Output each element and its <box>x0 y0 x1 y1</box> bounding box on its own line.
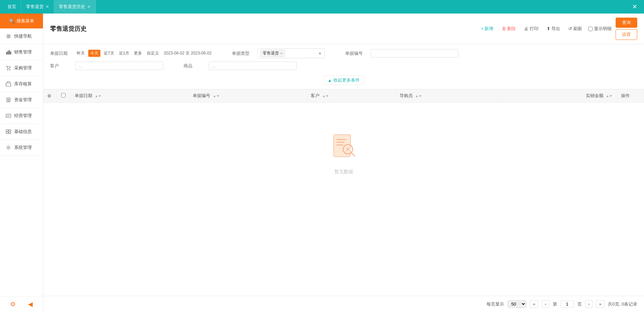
svg-rect-3 <box>10 51 11 54</box>
tab-retail-return-close[interactable]: ✕ <box>46 4 49 9</box>
th-customer[interactable]: 客户 ▲▼ <box>307 89 395 103</box>
date-opt-today[interactable]: 今天 <box>88 50 100 57</box>
refresh-button[interactable]: ↺ 刷新 <box>566 24 584 33</box>
data-table: ⚙ 单据日期 ▲▼ 单据编号 ▲▼ <box>43 89 644 103</box>
empty-illustration <box>327 130 361 163</box>
date-sort: ▲▼ <box>95 94 101 98</box>
svg-rect-15 <box>334 135 351 157</box>
sidebar-item-operations[interactable]: 经营管理 <box>0 108 43 124</box>
type-tag: 零售退货 × <box>260 50 285 57</box>
page-title: 零售退货历史 <box>50 25 87 33</box>
gear-icon[interactable]: ⚙ <box>47 93 51 98</box>
display-detail-checkbox[interactable]: 显示明细 <box>588 26 612 32</box>
goods-label: 商品 <box>184 63 202 69</box>
empty-text: 暂无数据 <box>334 169 353 175</box>
query-button[interactable]: 查询 <box>616 18 637 28</box>
next-page-button[interactable]: › <box>585 300 593 308</box>
svg-rect-12 <box>6 132 8 134</box>
collapse-sidebar-icon[interactable]: ◀ <box>28 300 33 308</box>
svg-rect-13 <box>9 132 11 134</box>
export-button[interactable]: ⬆ 导出 <box>545 24 563 33</box>
th-amount[interactable]: 实销金额 ▲▼ <box>499 89 617 103</box>
page-header: 零售退货历史 + 新增 🗑 删除 🖨 打印 ⬆ 导出 ↺ 刷新 显示明细 查询 … <box>43 14 644 44</box>
print-button[interactable]: 🖨 打印 <box>522 24 541 33</box>
basic-info-icon <box>5 129 11 135</box>
svg-rect-0 <box>6 52 7 54</box>
svg-rect-10 <box>6 130 8 131</box>
date-opt-custom[interactable]: 自定义 <box>145 50 160 57</box>
main-layout: 🔍 搜索菜单 ⊞ 快捷导航 销售管理 采购管理 库存核算 <box>0 14 644 312</box>
customer-input[interactable]: ... <box>75 62 163 70</box>
th-guide[interactable]: 导购员 ▲▼ <box>395 89 499 103</box>
date-label: 单据日期 <box>50 50 69 57</box>
sidebar-search-label: 搜索菜单 <box>17 18 34 24</box>
total-info: 共0页, 0条记录 <box>608 301 637 307</box>
filter-row-1: 单据日期 昨天 今天 近7天 近1月 更多 自定义 2023-06-02 至 2… <box>50 48 637 58</box>
last-page-button[interactable]: » <box>596 300 604 308</box>
new-button[interactable]: + 新增 <box>479 24 495 33</box>
sidebar-item-label: 采购管理 <box>14 65 32 71</box>
sidebar-item-sales-mgmt[interactable]: 销售管理 <box>0 44 43 60</box>
pagination-bar: 每页显示 50 100 200 « ‹ 第 页 › » 共0页, 0条记录 <box>43 296 644 312</box>
tab-retail-return[interactable]: 零售退货 ✕ <box>21 0 54 14</box>
amount-sort: ▲▼ <box>606 94 613 98</box>
sidebar-item-label: 库存核算 <box>14 81 32 87</box>
query-set-group: 查询 设置 <box>616 18 637 40</box>
first-page-button[interactable]: « <box>530 300 538 308</box>
guide-sort: ▲▼ <box>415 94 422 98</box>
type-select[interactable]: 零售退货 × ▼ <box>257 48 325 58</box>
date-opt-yesterday[interactable]: 昨天 <box>75 50 86 57</box>
filter-row-2: 客户 ... 商品 ... <box>50 62 637 70</box>
serial-input[interactable] <box>371 49 458 58</box>
type-tag-close[interactable]: × <box>280 51 283 56</box>
quick-nav-icon: ⊞ <box>5 33 11 39</box>
goods-input[interactable]: ... <box>209 62 297 70</box>
filter-area: 单据日期 昨天 今天 近7天 近1月 更多 自定义 2023-06-02 至 2… <box>43 44 644 89</box>
tab-home[interactable]: 首页 <box>3 0 21 14</box>
delete-button[interactable]: 🗑 删除 <box>500 24 518 33</box>
collapse-label: 收起更多条件 <box>333 77 360 83</box>
svg-point-5 <box>9 69 10 70</box>
sidebar-item-basic-info[interactable]: 基础信息 <box>0 124 43 140</box>
collapse-button[interactable]: ▲ 收起更多条件 <box>323 75 364 85</box>
sidebar: 🔍 搜索菜单 ⊞ 快捷导航 销售管理 采购管理 库存核算 <box>0 14 43 312</box>
svg-rect-1 <box>7 51 8 54</box>
page-input[interactable] <box>560 300 574 308</box>
date-opt-more[interactable]: 更多 <box>133 50 143 57</box>
sidebar-item-label: 基础信息 <box>14 129 32 135</box>
settings-icon[interactable]: ⚙ <box>10 300 16 308</box>
svg-rect-2 <box>9 50 10 54</box>
serial-sort: ▲▼ <box>213 94 220 98</box>
system-icon <box>5 144 11 151</box>
th-date[interactable]: 单据日期 ▲▼ <box>70 89 188 103</box>
sidebar-item-label: 快捷导航 <box>14 33 32 39</box>
sidebar-item-purchase-mgmt[interactable]: 采购管理 <box>0 60 43 76</box>
per-page-select[interactable]: 50 100 200 <box>507 300 526 308</box>
th-gear[interactable]: ⚙ <box>43 89 57 103</box>
th-checkbox[interactable] <box>57 89 70 103</box>
th-serial[interactable]: 单据编号 ▲▼ <box>188 89 306 103</box>
per-page-label: 每页显示 <box>486 301 504 307</box>
sidebar-item-system-mgmt[interactable]: 系统管理 <box>0 140 43 156</box>
svg-point-8 <box>8 99 9 100</box>
serial-label: 单据编号 <box>345 50 364 57</box>
search-icon: 🔍 <box>9 19 15 24</box>
tab-retail-return-history[interactable]: 零售退货历史 ✕ <box>54 0 96 14</box>
svg-rect-11 <box>9 130 11 131</box>
table-area: ⚙ 单据日期 ▲▼ 单据编号 ▲▼ <box>43 89 644 296</box>
date-opt-1month[interactable]: 近1月 <box>118 50 131 57</box>
sidebar-item-inventory[interactable]: 库存核算 <box>0 76 43 92</box>
set-button[interactable]: 设置 <box>616 29 637 40</box>
date-opt-7days[interactable]: 近7天 <box>102 50 116 57</box>
select-all-checkbox[interactable] <box>61 93 66 97</box>
svg-rect-18 <box>336 144 343 146</box>
prev-page-button[interactable]: ‹ <box>542 300 549 308</box>
collapse-row: ▲ 收起更多条件 <box>50 73 637 85</box>
sidebar-search[interactable]: 🔍 搜索菜单 <box>0 14 43 28</box>
sidebar-item-finance[interactable]: 资金管理 <box>0 92 43 108</box>
sidebar-item-quick-nav[interactable]: ⊞ 快捷导航 <box>0 28 43 44</box>
tab-retail-return-history-close[interactable]: ✕ <box>87 4 91 9</box>
page-label: 第 <box>553 301 557 307</box>
window-close-button[interactable]: ✕ <box>628 3 641 10</box>
th-actions: 操作 <box>617 89 644 103</box>
